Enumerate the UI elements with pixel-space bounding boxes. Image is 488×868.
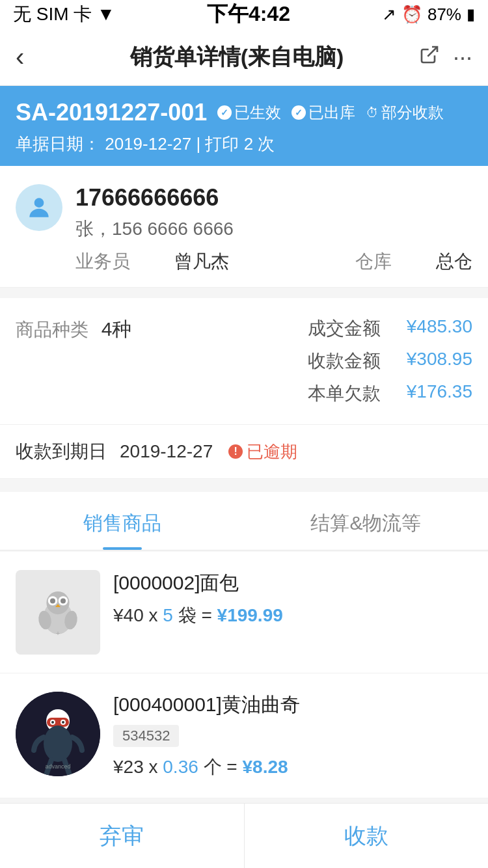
product-name-1: [0000002]面包 [113,570,472,597]
product-item-1: + [0000002]面包 ¥40 x 5 袋 = ¥199.99 [0,552,488,673]
due-date-section: 收款到期日 2019-12-27 ! 已逾期 [0,425,488,479]
cancel-button[interactable]: 弃审 [0,804,245,868]
tab-settlement-label: 结算&物流等 [310,512,421,534]
date-separator: | [196,134,205,154]
tabs-container: 销售商品 结算&物流等 [0,492,488,550]
svg-text:advanced: advanced [45,763,70,770]
product-name-2: [000400001]黄油曲奇 [113,692,472,718]
nav-actions: ··· [419,44,472,71]
avatar [16,184,62,231]
badge-effective-label: 已生效 [234,102,281,123]
debt-amount-row: 本单欠款 ¥176.35 [308,381,472,406]
debt-amount: ¥176.35 [407,381,472,406]
divider2 [0,479,488,492]
price-total-2: ¥8.28 [242,757,288,777]
status-time: 下午4:42 [207,0,290,29]
products-container: + [0000002]面包 ¥40 x 5 袋 = ¥199.99 [0,552,488,798]
warehouse-label: 仓库 [355,249,392,274]
date-label: 单据日期： [16,134,100,154]
badge-effective: ✓ 已生效 [217,102,281,123]
deal-amount-row: 成交金额 ¥485.30 [308,316,472,341]
check-icon2: ✓ [291,105,306,120]
overdue-text: 已逾期 [247,441,297,463]
product-image-1: + [16,570,100,655]
back-button[interactable]: ‹ [16,42,55,72]
received-amount-row: 收款金额 ¥308.95 [308,349,472,373]
product-tag-2: 534532 [113,725,179,747]
badge-shipped: ✓ 已出库 [291,102,355,123]
tab-settlement[interactable]: 结算&物流等 [244,492,488,550]
product-price-1: ¥40 x 5 袋 = ¥199.99 [113,603,472,628]
customer-info: 17666666666 张，156 6666 6666 业务员 曾凡杰 仓库 总… [75,184,472,274]
price-qty-2: 0.36 [163,757,198,777]
product-info-2: [000400001]黄油曲奇 534532 ¥23 x 0.36 个 = ¥8… [113,692,472,780]
price-unit-2: 个 [204,757,222,777]
confirm-label: 收款 [344,821,388,851]
price-qty-1: 5 [163,605,173,625]
svg-point-19 [44,726,72,762]
banner-row1: SA-20191227-001 ✓ 已生效 ✓ 已出库 ⏱ 部分收款 [16,99,472,126]
battery-icon: ▮ [467,5,475,23]
badge-partial: ⏱ 部分收款 [366,102,444,123]
price-base-2: ¥23 [113,757,144,777]
price-x-2: x [149,757,163,777]
debt-label: 本单欠款 [308,381,381,406]
price-base-1: ¥40 [113,605,144,625]
more-icon[interactable]: ··· [453,44,472,71]
deal-label: 成交金额 [308,316,381,341]
price-eq-2: = [226,757,242,777]
summary-left: 商品种类 4种 [16,316,131,348]
product-item-2: advanced [000400001]黄油曲奇 534532 ¥23 x 0.… [0,673,488,798]
clock-icon: ⏱ [366,105,379,120]
due-label: 收款到期日 [16,439,107,464]
due-date-value: 2019-12-27 [120,441,213,462]
location-icon: ↗ [382,5,396,25]
salesman-value: 曾凡杰 [174,249,229,274]
divider1 [0,288,488,298]
customer-name: 17666666666 [75,184,472,211]
banner-date-row: 单据日期： 2019-12-27 | 打印 2 次 [16,133,472,156]
status-bar: 无 SIM 卡 ▼ 下午4:42 ↗ ⏰ 87% ▮ [0,0,488,29]
price-eq-1: = [201,605,217,625]
overdue-badge: ! 已逾期 [228,441,297,463]
deal-amount: ¥485.30 [407,316,472,341]
summary-section: 商品种类 4种 成交金额 ¥485.30 收款金额 ¥308.95 本单欠款 ¥… [0,298,488,425]
salesman-label: 业务员 [75,249,130,274]
svg-line-0 [427,47,437,57]
svg-point-17 [51,721,54,724]
tab-products[interactable]: 销售商品 [0,492,244,550]
received-label: 收款金额 [308,349,381,373]
cancel-label: 弃审 [100,821,144,851]
svg-text:+: + [56,629,61,637]
share-icon[interactable] [419,44,440,71]
order-id: SA-20191227-001 [16,99,207,126]
status-left: 无 SIM 卡 ▼ [13,2,115,27]
print-info: 打印 2 次 [205,134,275,154]
price-total-1: ¥199.99 [217,605,283,625]
nav-bar: ‹ 销货单详情(来自电脑) ··· [0,29,488,86]
page-title: 销货单详情(来自电脑) [130,42,344,72]
date-value: 2019-12-27 [105,134,191,154]
alarm-icon: ⏰ [401,5,422,25]
product-price-2: ¥23 x 0.36 个 = ¥8.28 [113,755,472,780]
overdue-icon: ! [228,444,243,459]
received-amount: ¥308.95 [407,349,472,373]
svg-point-18 [62,721,64,724]
product-info-1: [0000002]面包 ¥40 x 5 袋 = ¥199.99 [113,570,472,628]
check-icon: ✓ [217,105,232,120]
badge-shipped-label: 已出库 [308,102,355,123]
header-banner: SA-20191227-001 ✓ 已生效 ✓ 已出库 ⏱ 部分收款 单据日期：… [0,86,488,166]
status-right: ↗ ⏰ 87% ▮ [382,5,475,25]
confirm-button[interactable]: 收款 [245,804,489,868]
svg-point-1 [34,198,44,208]
customer-section: 17666666666 张，156 6666 6666 业务员 曾凡杰 仓库 总… [0,166,488,288]
badge-partial-label: 部分收款 [381,102,444,123]
category-label: 商品种类 [16,319,88,340]
customer-meta: 业务员 曾凡杰 仓库 总仓 [75,249,472,274]
warehouse-value: 总仓 [436,249,472,274]
price-unit-1: 袋 [178,605,197,625]
product-image-2: advanced [16,692,100,776]
battery-level: 87% [427,5,461,25]
price-x-1: x [149,605,163,625]
summary-right: 成交金额 ¥485.30 收款金额 ¥308.95 本单欠款 ¥176.35 [308,316,472,406]
